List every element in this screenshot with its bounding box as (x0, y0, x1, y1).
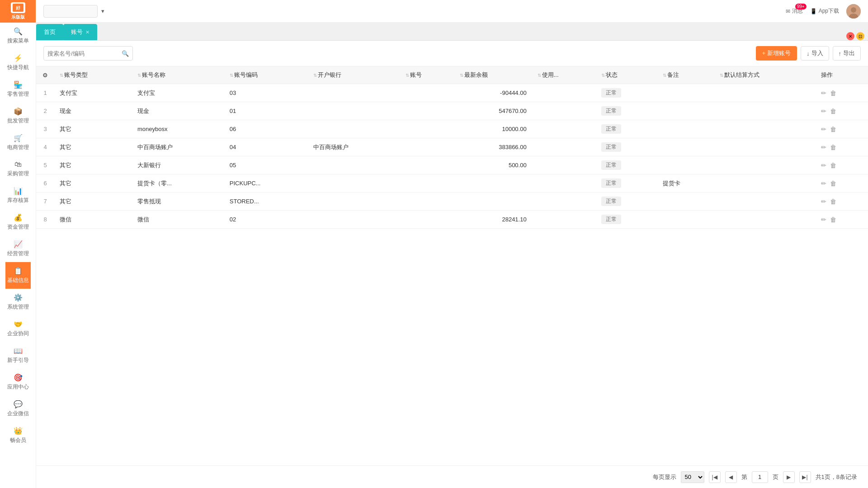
tabbar: 首页 账号 ✕ ✕ ⊡ (36, 23, 868, 41)
col-account[interactable]: ⇅账号 (400, 66, 454, 84)
delete-icon-7[interactable]: 🗑 (830, 216, 836, 223)
window-controls: ✕ ⊡ (846, 32, 864, 40)
sidebar-item-system[interactable]: ⚙️ 系统管理 (5, 289, 31, 315)
add-account-button[interactable]: + 新增账号 (756, 46, 797, 61)
message-icon: ✉ (786, 8, 790, 14)
page-number-input[interactable] (752, 471, 768, 483)
last-page-btn[interactable]: ▶| (799, 471, 811, 483)
sidebar-item-app_center[interactable]: 🎯 应用中心 (5, 369, 31, 395)
message-button[interactable]: ✉ 消息 99+ (786, 7, 803, 15)
col-remark[interactable]: ⇅备注 (657, 66, 714, 84)
row-balance-5 (454, 174, 532, 192)
page-size-select[interactable]: 50 20 100 (681, 471, 704, 483)
row-bank-2 (308, 120, 400, 138)
edit-icon-4[interactable]: ✏ (821, 162, 826, 169)
window-maximize-btn[interactable]: ⊡ (856, 32, 864, 40)
sidebar-item-finance[interactable]: 💰 资金管理 (5, 209, 31, 235)
sidebar-item-member[interactable]: 👑 畅会员 (5, 422, 31, 449)
col-payment[interactable]: ⇅默认结算方式 (714, 66, 816, 84)
col-status[interactable]: ⇅状态 (596, 66, 657, 84)
sidebar-item-purchase[interactable]: 🛍 采购管理 (5, 156, 31, 182)
ecom-icon: 🛒 (14, 134, 23, 142)
col-settings[interactable]: ⚙ (36, 66, 54, 84)
prev-page-btn[interactable]: ◀ (725, 471, 737, 483)
delete-icon-3[interactable]: 🗑 (830, 144, 836, 151)
row-status-4: 正常 (596, 156, 657, 174)
window-close-btn[interactable]: ✕ (846, 32, 854, 40)
total-label: 共1页，8条记录 (816, 473, 857, 481)
chevron-down-icon: ▾ (101, 8, 104, 14)
row-action-1: ✏ 🗑 (816, 102, 868, 120)
edit-icon-5[interactable]: ✏ (821, 180, 826, 187)
topbar: ▾ ✉ 消息 99+ 📱 App下载 (36, 0, 868, 23)
sidebar-item-label-app_center: 应用中心 (7, 383, 29, 391)
edit-icon-7[interactable]: ✏ (821, 216, 826, 223)
row-status-5: 正常 (596, 174, 657, 192)
row-usage-6 (532, 192, 596, 211)
sidebar-item-retail[interactable]: 🏪 零售管理 (5, 76, 31, 103)
row-name-0: 支付宝 (132, 84, 224, 102)
message-badge: 99+ (795, 4, 807, 9)
sidebar-item-quick[interactable]: ⚡ 快捷导航 (5, 49, 31, 76)
sidebar-item-wechat[interactable]: 💬 企业微信 (5, 395, 31, 422)
sidebar-item-wholesale[interactable]: 📦 批发管理 (5, 103, 31, 129)
row-type-0: 支付宝 (54, 84, 132, 102)
row-account-5 (400, 174, 454, 192)
import-button[interactable]: ↓ 导入 (801, 46, 829, 61)
app-download-button[interactable]: 📱 App下载 (810, 7, 839, 15)
sidebar-item-inventory[interactable]: 📊 库存核算 (5, 182, 31, 209)
first-page-btn[interactable]: |◀ (709, 471, 721, 483)
sidebar-item-ecom[interactable]: 🛒 电商管理 (5, 129, 31, 156)
tab-account[interactable]: 账号 ✕ (63, 24, 97, 40)
sidebar-item-search[interactable]: 🔍 搜索菜单 (5, 23, 31, 49)
delete-icon-1[interactable]: 🗑 (830, 108, 836, 115)
tab-home[interactable]: 首页 (36, 24, 63, 40)
col-type[interactable]: ⇅账号类型 (54, 66, 132, 84)
row-account-1 (400, 102, 454, 120)
row-bank-0 (308, 84, 400, 102)
search-input[interactable] (47, 50, 120, 57)
tab-account-close[interactable]: ✕ (85, 29, 90, 35)
edit-icon-2[interactable]: ✏ (821, 126, 826, 133)
row-remark-2 (657, 120, 714, 138)
edit-icon-0[interactable]: ✏ (821, 89, 826, 97)
edit-icon-1[interactable]: ✏ (821, 108, 826, 115)
sidebar-item-guide[interactable]: 📖 新手引导 (5, 342, 31, 369)
import-label: 导入 (811, 49, 823, 57)
delete-icon-6[interactable]: 🗑 (830, 198, 836, 205)
row-type-7: 微信 (54, 211, 132, 229)
delete-icon-4[interactable]: 🗑 (830, 162, 836, 169)
row-code-4: 05 (224, 156, 308, 174)
col-code[interactable]: ⇅账号编码 (224, 66, 308, 84)
next-page-btn[interactable]: ▶ (783, 471, 795, 483)
operation-icon: 📈 (14, 240, 23, 249)
delete-icon-5[interactable]: 🗑 (830, 180, 836, 187)
col-name[interactable]: ⇅账号名称 (132, 66, 224, 84)
table-row: 8 微信 微信 02 28241.10 正常 ✏ 🗑 (36, 211, 868, 229)
row-payment-7 (714, 211, 816, 229)
col-usage[interactable]: ⇅使用... (532, 66, 596, 84)
col-bank[interactable]: ⇅开户银行 (308, 66, 400, 84)
export-button[interactable]: ↑ 导出 (833, 46, 861, 61)
sidebar-item-basic[interactable]: 📋 基础信息 (5, 262, 31, 289)
delete-icon-0[interactable]: 🗑 (830, 89, 836, 97)
row-remark-6 (657, 192, 714, 211)
row-no-1: 2 (36, 102, 54, 120)
topbar-search-input[interactable] (43, 5, 98, 18)
topbar-dropdown[interactable]: ▾ (101, 8, 104, 14)
edit-icon-3[interactable]: ✏ (821, 144, 826, 151)
row-remark-5: 提货卡 (657, 174, 714, 192)
row-code-5: PICKUPC... (224, 174, 308, 192)
topbar-left: ▾ (43, 5, 104, 18)
edit-icon-6[interactable]: ✏ (821, 198, 826, 205)
page-label: 第 (741, 473, 747, 481)
row-action-4: ✏ 🗑 (816, 156, 868, 174)
sidebar-item-operation[interactable]: 📈 经营管理 (5, 235, 31, 262)
delete-icon-2[interactable]: 🗑 (830, 126, 836, 133)
avatar[interactable] (846, 4, 861, 19)
svg-text:好: 好 (15, 5, 21, 10)
row-name-2: moneybosx (132, 120, 224, 138)
app_center-icon: 🎯 (14, 373, 23, 382)
col-balance[interactable]: ⇅最新余额 (454, 66, 532, 84)
sidebar-item-company[interactable]: 🤝 企业协同 (5, 315, 31, 342)
